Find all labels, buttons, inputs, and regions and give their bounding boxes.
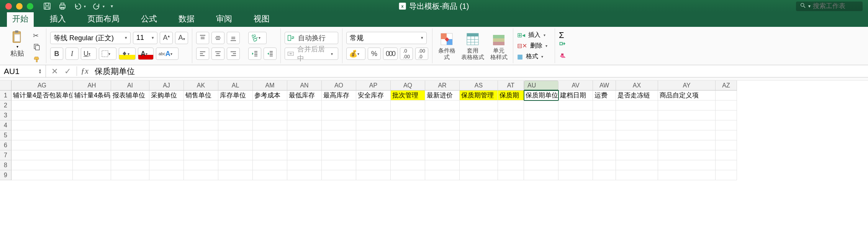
cell-AN1[interactable]: 最低库存 bbox=[287, 91, 322, 100]
cell-AM2[interactable] bbox=[253, 100, 287, 110]
cell-AY7[interactable] bbox=[658, 150, 716, 160]
cell-AZ7[interactable] bbox=[716, 150, 737, 160]
tab-view[interactable]: 视图 bbox=[248, 11, 275, 27]
cell-AH9[interactable] bbox=[73, 170, 111, 180]
wrap-text-button[interactable]: 自动换行 bbox=[285, 32, 338, 44]
cell-AP5[interactable] bbox=[356, 130, 391, 140]
cell-AS6[interactable] bbox=[460, 140, 498, 150]
cell-AL1[interactable]: 库存单位 bbox=[218, 91, 253, 100]
align-right-button[interactable] bbox=[227, 48, 240, 60]
border-button[interactable]: ▾ bbox=[99, 48, 116, 60]
cell-AX5[interactable] bbox=[616, 130, 658, 140]
cell-AN8[interactable] bbox=[287, 160, 322, 170]
cell-AG9[interactable] bbox=[11, 170, 73, 180]
cell-AW7[interactable] bbox=[593, 150, 616, 160]
format-label[interactable]: 格式 bbox=[526, 53, 538, 61]
name-box[interactable]: AU1 ▲▼ bbox=[0, 65, 46, 77]
cell-AQ4[interactable] bbox=[391, 120, 425, 130]
namebox-stepper[interactable]: ▲▼ bbox=[38, 69, 42, 74]
cell-AH2[interactable] bbox=[73, 100, 111, 110]
cell-AM8[interactable] bbox=[253, 160, 287, 170]
print-icon[interactable] bbox=[58, 2, 67, 11]
cell-AL7[interactable] bbox=[218, 150, 253, 160]
cell-AK4[interactable] bbox=[184, 120, 218, 130]
cell-AZ8[interactable] bbox=[716, 160, 737, 170]
cell-AP4[interactable] bbox=[356, 120, 391, 130]
cell-AH8[interactable] bbox=[73, 160, 111, 170]
cell-AR4[interactable] bbox=[425, 120, 460, 130]
cell-AZ9[interactable] bbox=[716, 170, 737, 180]
cell-AQ1[interactable]: 批次管理 bbox=[391, 91, 425, 100]
cell-AS3[interactable] bbox=[460, 110, 498, 120]
cell-AW4[interactable] bbox=[593, 120, 616, 130]
row-header-2[interactable]: 2 bbox=[0, 100, 11, 110]
column-header-AM[interactable]: AM bbox=[253, 81, 287, 91]
cell-AV3[interactable] bbox=[558, 110, 593, 120]
cell-AN6[interactable] bbox=[287, 140, 322, 150]
cell-AJ9[interactable] bbox=[149, 170, 184, 180]
cell-AK1[interactable]: 销售单位 bbox=[184, 91, 218, 100]
cell-AY3[interactable] bbox=[658, 110, 716, 120]
cell-AZ2[interactable] bbox=[716, 100, 737, 110]
cell-AH4[interactable] bbox=[73, 120, 111, 130]
cell-AR3[interactable] bbox=[425, 110, 460, 120]
cell-AO1[interactable]: 最高库存 bbox=[322, 91, 356, 100]
paste-button[interactable]: ▾ bbox=[7, 30, 28, 49]
cell-AY6[interactable] bbox=[658, 140, 716, 150]
cell-AK3[interactable] bbox=[184, 110, 218, 120]
cell-AV7[interactable] bbox=[558, 150, 593, 160]
cell-AU1[interactable]: 保质期单位 bbox=[524, 91, 558, 100]
orientation-button[interactable]: ab▾ bbox=[248, 32, 267, 44]
cell-AH7[interactable] bbox=[73, 150, 111, 160]
cell-AM5[interactable] bbox=[253, 130, 287, 140]
underline-button[interactable]: U▾ bbox=[81, 48, 97, 60]
cell-AT3[interactable] bbox=[498, 110, 524, 120]
merge-center-button[interactable]: 合并后居中 ▾ bbox=[285, 48, 338, 60]
row-header-6[interactable]: 6 bbox=[0, 140, 11, 150]
redo-button[interactable]: ▾ bbox=[92, 2, 105, 11]
cell-AU8[interactable] bbox=[524, 160, 558, 170]
column-header-AL[interactable]: AL bbox=[218, 81, 253, 91]
cell-AQ6[interactable] bbox=[391, 140, 425, 150]
cell-AM3[interactable] bbox=[253, 110, 287, 120]
cell-AW9[interactable] bbox=[593, 170, 616, 180]
cell-AP9[interactable] bbox=[356, 170, 391, 180]
row-header-8[interactable]: 8 bbox=[0, 160, 11, 170]
cell-AL3[interactable] bbox=[218, 110, 253, 120]
cell-AT9[interactable] bbox=[498, 170, 524, 180]
cell-AN2[interactable] bbox=[287, 100, 322, 110]
cell-AV5[interactable] bbox=[558, 130, 593, 140]
cell-AL2[interactable] bbox=[218, 100, 253, 110]
column-header-AX[interactable]: AX bbox=[616, 81, 658, 91]
cell-AX3[interactable] bbox=[616, 110, 658, 120]
cell-AV2[interactable] bbox=[558, 100, 593, 110]
cell-AH1[interactable]: 辅计量4条码 bbox=[73, 91, 111, 100]
cell-AI8[interactable] bbox=[111, 160, 149, 170]
column-header-AJ[interactable]: AJ bbox=[149, 81, 184, 91]
cell-AS9[interactable] bbox=[460, 170, 498, 180]
column-header-AO[interactable]: AO bbox=[322, 81, 356, 91]
cell-AI4[interactable] bbox=[111, 120, 149, 130]
cell-AZ6[interactable] bbox=[716, 140, 737, 150]
cell-AJ3[interactable] bbox=[149, 110, 184, 120]
cell-AZ5[interactable] bbox=[716, 130, 737, 140]
maximize-window[interactable] bbox=[27, 3, 33, 10]
cell-AG2[interactable] bbox=[11, 100, 73, 110]
column-header-AT[interactable]: AT bbox=[498, 81, 524, 91]
cell-AM9[interactable] bbox=[253, 170, 287, 180]
font-name-select[interactable]: 等线 Regular (正文) ▾ bbox=[50, 32, 131, 44]
font-size-select[interactable]: 11 ▾ bbox=[133, 32, 157, 44]
cell-AI6[interactable] bbox=[111, 140, 149, 150]
cell-AG6[interactable] bbox=[11, 140, 73, 150]
decrease-indent-button[interactable] bbox=[248, 48, 261, 60]
cell-AG3[interactable] bbox=[11, 110, 73, 120]
cell-AP1[interactable]: 安全库存 bbox=[356, 91, 391, 100]
cell-AY8[interactable] bbox=[658, 160, 716, 170]
cell-AR9[interactable] bbox=[425, 170, 460, 180]
cell-AI5[interactable] bbox=[111, 130, 149, 140]
cell-AN7[interactable] bbox=[287, 150, 322, 160]
column-header-AS[interactable]: AS bbox=[460, 81, 498, 91]
close-window[interactable] bbox=[5, 3, 12, 10]
cell-AY9[interactable] bbox=[658, 170, 716, 180]
cell-AT4[interactable] bbox=[498, 120, 524, 130]
